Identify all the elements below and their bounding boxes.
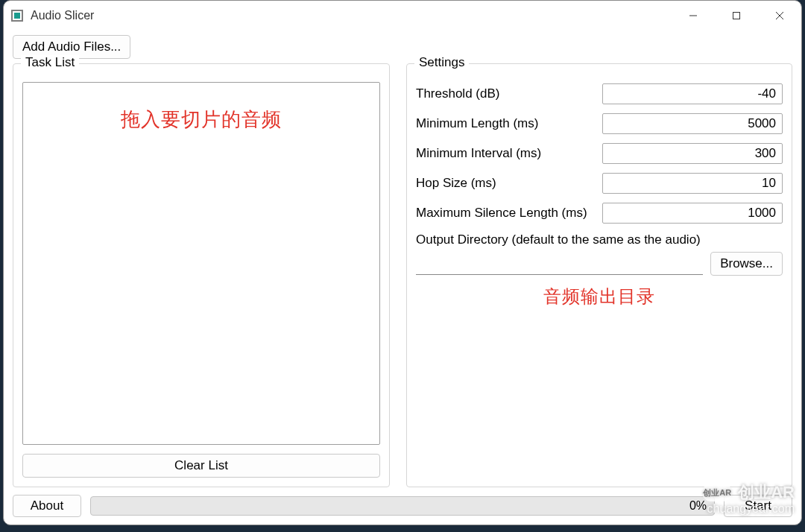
settings-group: Settings Threshold (dB) Minimum Length (…: [406, 63, 792, 487]
max-silence-input[interactable]: [602, 203, 783, 224]
app-window: Audio Slicer Add Audio Files... Task Lis…: [3, 0, 802, 525]
toolbar: Add Audio Files...: [13, 35, 792, 59]
min-length-label: Minimum Length (ms): [416, 116, 595, 131]
threshold-input[interactable]: [602, 83, 783, 104]
progress-bar: 0%: [90, 496, 715, 516]
maximize-icon: [732, 11, 741, 20]
min-interval-input[interactable]: [602, 143, 783, 164]
min-interval-row: Minimum Interval (ms): [416, 143, 783, 164]
about-button[interactable]: About: [13, 495, 81, 517]
main-columns: Task List 拖入要切片的音频 Clear List Settings T…: [13, 63, 792, 487]
hop-size-input[interactable]: [602, 173, 783, 194]
app-icon: [11, 10, 23, 22]
progress-text: 0%: [689, 497, 707, 515]
settings-legend: Settings: [414, 55, 469, 70]
start-button[interactable]: Start: [724, 495, 792, 517]
minimize-icon: [689, 11, 698, 20]
output-dir-input[interactable]: [416, 253, 703, 275]
hop-size-row: Hop Size (ms): [416, 173, 783, 194]
output-dir-label: Output Directory (default to the same as…: [416, 232, 783, 247]
task-list-box[interactable]: 拖入要切片的音频: [22, 82, 380, 445]
threshold-label: Threshold (dB): [416, 86, 595, 101]
titlebar: Audio Slicer: [4, 1, 801, 31]
max-silence-label: Maximum Silence Length (ms): [416, 206, 595, 221]
content-area: Add Audio Files... Task List 拖入要切片的音频 Cl…: [4, 31, 801, 525]
window-title: Audio Slicer: [31, 9, 94, 22]
task-list-group: Task List 拖入要切片的音频 Clear List: [13, 63, 390, 487]
minimize-button[interactable]: [672, 1, 715, 31]
clear-list-button[interactable]: Clear List: [22, 454, 380, 478]
footer: About 0% Start: [13, 495, 792, 517]
threshold-row: Threshold (dB): [416, 83, 783, 104]
task-list-drop-hint: 拖入要切片的音频: [23, 107, 379, 133]
hop-size-label: Hop Size (ms): [416, 176, 595, 191]
output-dir-hint: 音频输出目录: [416, 285, 783, 308]
maximize-button[interactable]: [715, 1, 758, 31]
min-interval-label: Minimum Interval (ms): [416, 146, 595, 161]
max-silence-row: Maximum Silence Length (ms): [416, 203, 783, 224]
browse-button[interactable]: Browse...: [710, 252, 783, 276]
close-icon: [774, 10, 785, 21]
output-dir-row: Browse...: [416, 252, 783, 276]
task-list-legend: Task List: [21, 55, 79, 70]
close-button[interactable]: [758, 1, 801, 31]
min-length-input[interactable]: [602, 113, 783, 134]
min-length-row: Minimum Length (ms): [416, 113, 783, 134]
svg-rect-1: [733, 13, 740, 19]
